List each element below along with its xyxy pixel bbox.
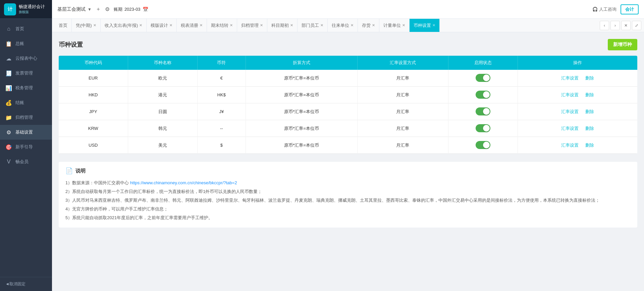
- tab-taxclear[interactable]: 税表清册 ✕: [177, 19, 207, 32]
- cell-calc-0: 原币*汇率=本位币: [246, 70, 357, 87]
- tab-close-voucher[interactable]: ✕: [93, 23, 96, 28]
- tab-voucher[interactable]: 凭(中期) ✕: [72, 19, 101, 32]
- notes-title: 📄 说明: [65, 167, 631, 175]
- account-type-button[interactable]: 会计: [621, 4, 639, 14]
- notes-item-2: 3）人民币对马来西亚林吉特、俄罗斯卢布、南非兰特、韩元、阿联酋迪拉姆、沙特里亚尔…: [65, 196, 631, 205]
- sidebar-item-invoice[interactable]: 🧾 发票管理: [0, 66, 52, 81]
- cell-enabled-2: [448, 103, 518, 120]
- sidebar-item-guide[interactable]: 🎯 新手引导: [0, 140, 52, 154]
- tab-income[interactable]: 收入支出表(年报) ✕: [101, 19, 147, 32]
- guide-icon: 🎯: [5, 144, 12, 150]
- cell-symbol-3: --: [197, 120, 246, 137]
- notes-link[interactable]: https://www.chinamoney.com.cn/chinese/bk…: [130, 180, 237, 185]
- archive-icon: 📁: [5, 114, 12, 121]
- sidebar-item-archive[interactable]: 📁 归档管理: [0, 110, 52, 125]
- toggle-0[interactable]: [476, 74, 490, 82]
- cell-symbol-2: J¥: [197, 103, 246, 120]
- tab-close-taxclear[interactable]: ✕: [200, 23, 203, 28]
- tab-close-template[interactable]: ✕: [169, 23, 172, 28]
- tab-department[interactable]: 部门员工 ✕: [298, 19, 328, 32]
- tab-clients[interactable]: 往来单位 ✕: [328, 19, 358, 32]
- tab-template[interactable]: 模版设计 ✕: [147, 19, 177, 32]
- tab-prev-button[interactable]: ‹: [600, 21, 609, 30]
- rate-settings-link-0[interactable]: 汇率设置: [561, 76, 579, 81]
- toggle-3[interactable]: [476, 124, 490, 132]
- delete-link-3[interactable]: 删除: [585, 126, 594, 131]
- service-label: 人工咨询: [599, 6, 616, 12]
- tab-close-inventory[interactable]: ✕: [372, 23, 375, 28]
- table-row: EUR 欧元 € 原币*汇率=本位币 月汇率 汇率设置 删除: [59, 70, 637, 87]
- tabbar: 首页凭(中期) ✕收入支出表(年报) ✕模版设计 ✕税表清册 ✕期末结转 ✕归档…: [52, 19, 644, 32]
- company-selector[interactable]: 基层工会测试 ▼: [57, 6, 92, 12]
- sidebar-label-invoice: 发票管理: [15, 70, 33, 76]
- notes-item-0: 1）数据来源：中国外汇交易中心 https://www.chinamoney.c…: [65, 179, 631, 187]
- delete-link-4[interactable]: 删除: [585, 143, 594, 148]
- tab-label-archive: 归档管理: [241, 22, 259, 29]
- rate-settings-link-3[interactable]: 汇率设置: [561, 126, 579, 131]
- delete-link-0[interactable]: 删除: [585, 76, 594, 81]
- notes-section: 📄 说明 1）数据来源：中国外汇交易中心 https://www.chinamo…: [59, 162, 637, 228]
- tab-currency[interactable]: 币种设置 ✕: [410, 19, 440, 32]
- delete-link-1[interactable]: 删除: [585, 92, 594, 97]
- tab-close-income[interactable]: ✕: [139, 23, 142, 28]
- tab-subjects[interactable]: 科目期初 ✕: [267, 19, 298, 32]
- toggle-2[interactable]: [476, 107, 490, 115]
- cell-name-0: 欧元: [128, 70, 197, 87]
- tab-close-all-button[interactable]: ✕: [621, 21, 631, 30]
- sidebar-item-ledger[interactable]: 📋 总账: [0, 36, 52, 51]
- toggle-1[interactable]: [476, 91, 490, 99]
- rate-settings-link-4[interactable]: 汇率设置: [561, 143, 579, 148]
- sidebar-item-settings[interactable]: ⚙ 基础设置: [0, 125, 52, 140]
- sidebar-item-member[interactable]: V 畅会员: [0, 154, 52, 169]
- sidebar-footer-toggle[interactable]: ◄取消固定: [0, 277, 52, 291]
- tab-close-period_end[interactable]: ✕: [230, 23, 233, 28]
- cell-calc-3: 原币*汇率=本位币: [246, 120, 357, 137]
- cell-enabled-4: [448, 137, 518, 154]
- sidebar-label-home: 首页: [15, 26, 24, 32]
- sidebar-item-home[interactable]: ⌂ 首页: [0, 21, 52, 36]
- cell-code-2: JPY: [59, 103, 128, 120]
- tab-archive[interactable]: 归档管理 ✕: [237, 19, 267, 32]
- tab-expand-button[interactable]: ⤢: [632, 21, 641, 30]
- settings-icon[interactable]: ⚙: [105, 6, 110, 12]
- rate-settings-link-2[interactable]: 汇率设置: [561, 109, 579, 114]
- tabbar-actions: ‹ › ✕ ⤢: [600, 21, 641, 30]
- tab-close-clients[interactable]: ✕: [351, 23, 354, 28]
- tab-label-template: 模版设计: [151, 22, 168, 29]
- table-row: JPY 日圆 J¥ 原币*汇率=本位币 月汇率 汇率设置 删除: [59, 103, 637, 120]
- cell-actions-2: 汇率设置 删除: [518, 103, 637, 120]
- tab-close-archive[interactable]: ✕: [260, 23, 263, 28]
- cell-calc-4: 原币*汇率=本位币: [246, 137, 357, 154]
- app-logo: 计 畅捷通好会计 旗舰版: [0, 0, 52, 19]
- period-selector: 账期 2023-03 📅: [114, 6, 148, 12]
- tab-home[interactable]: 首页: [55, 19, 72, 32]
- home-icon: ⌂: [5, 26, 12, 32]
- sidebar-item-tax[interactable]: 📊 税务管理: [0, 81, 52, 95]
- cell-rate-method-3: 月汇率: [358, 120, 448, 137]
- cell-rate-method-0: 月汇率: [358, 70, 448, 87]
- topbar-right: 🎧 人工咨询 会计: [592, 4, 639, 14]
- tab-unit[interactable]: 计量单位 ✕: [379, 19, 410, 32]
- tab-close-department[interactable]: ✕: [320, 23, 323, 28]
- add-tab-button[interactable]: ＋: [96, 6, 101, 13]
- tab-inventory[interactable]: 存货 ✕: [358, 19, 379, 32]
- cell-name-1: 港元: [128, 87, 197, 103]
- cell-actions-0: 汇率设置 删除: [518, 70, 637, 87]
- tab-period_end[interactable]: 期末结转 ✕: [207, 19, 237, 32]
- tab-close-subjects[interactable]: ✕: [290, 23, 293, 28]
- tab-next-button[interactable]: ›: [610, 21, 620, 30]
- new-currency-button[interactable]: 新增币种: [608, 39, 637, 50]
- sidebar-item-reports[interactable]: ☁ 云报表中心: [0, 51, 52, 66]
- tab-label-currency: 币种设置: [414, 22, 431, 29]
- rate-settings-link-1[interactable]: 汇率设置: [561, 92, 579, 97]
- tab-close-unit[interactable]: ✕: [402, 23, 405, 28]
- calendar-icon[interactable]: 📅: [143, 7, 148, 12]
- service-button[interactable]: 🎧 人工咨询: [592, 6, 616, 12]
- toggle-4[interactable]: [476, 141, 490, 149]
- cell-actions-4: 汇率设置 删除: [518, 137, 637, 154]
- cell-symbol-4: $: [197, 137, 246, 154]
- delete-link-2[interactable]: 删除: [585, 109, 594, 114]
- tab-close-currency[interactable]: ✕: [432, 23, 435, 28]
- sidebar-item-settlement[interactable]: 💰 结账: [0, 95, 52, 110]
- currency-table: 币种代码币种名称币符折算方式汇率设置方式启用状态操作 EUR 欧元 € 原币*汇…: [59, 56, 637, 154]
